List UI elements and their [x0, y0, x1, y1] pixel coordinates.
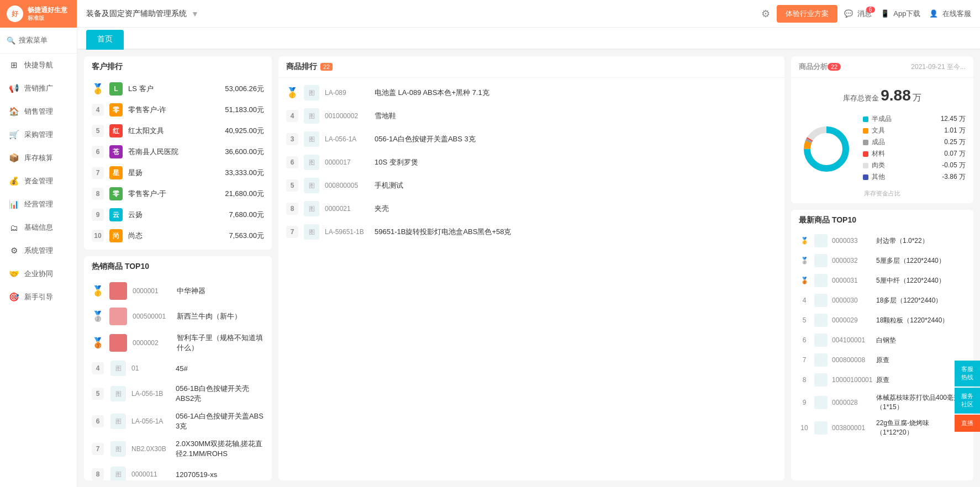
tab-home[interactable]: 首页 — [86, 30, 124, 50]
sidebar-item-cooperation[interactable]: 🤝 企业协同 — [0, 262, 77, 285]
new-item: 🥈 0000032 5厘多层（1220*2440） — [791, 251, 973, 271]
product-rank-item: 3 图 LA-056-1A 056-1A白色按键开关盖ABS 3克 — [278, 128, 784, 151]
right-column: 商品分析 22 2021-09-21 至今... 库存总资金 9.88 万 — [791, 56, 973, 480]
guide-icon: 🎯 — [9, 292, 19, 302]
sidebar-item-sales[interactable]: 🏠 销售管理 — [0, 100, 77, 123]
new-item: 🥇 0000033 封边带（1.0*22） — [791, 231, 973, 251]
customer-ranking-list: 🥇 L LS 客户 53,006.26元 4 零 零售客户-许 51,183.0… — [84, 75, 272, 250]
sidebar-item-purchase[interactable]: 🛒 采购管理 — [0, 123, 77, 146]
legend-item: 半成品 12.45 万 — [863, 114, 966, 124]
product-rank-item: 7 图 LA-59651-1B 59651-1B旋转投影灯电池盒ABS黑色+58… — [278, 220, 784, 244]
hot-thumb-1 — [109, 282, 127, 300]
hot-item: 🥇 0000001 中华神器 — [84, 278, 272, 304]
customer-rank-item: 7 星 星扬 33,333.00元 — [84, 162, 272, 183]
new-item: 7 000800008 原查 — [791, 350, 973, 370]
search-icon: 🔍 — [7, 36, 15, 45]
product-rank-item: 6 图 0000017 10S 变刹罗煲 — [278, 151, 784, 174]
customer-avatar-8: 尚 — [109, 229, 123, 242]
service-icon: 👤 — [929, 9, 938, 18]
customer-ranking-title: 客户排行 — [84, 56, 272, 75]
sidebar-item-guide[interactable]: 🎯 新手引导 — [0, 285, 77, 309]
hot-thumb-2 — [109, 308, 127, 325]
search-menu-btn[interactable]: 🔍 搜索菜单 — [7, 33, 70, 47]
stock-donut-chart — [799, 121, 854, 177]
cooperation-icon: 🤝 — [9, 269, 19, 279]
sidebar-item-finance[interactable]: 💰 资金管理 — [0, 170, 77, 193]
hot-products-card: 热销商品 TOP10 🥇 0000001 中华神器 🥈 000500001 新西… — [84, 256, 272, 480]
customer-avatar-2: 零 — [109, 103, 123, 117]
float-btn-community[interactable]: 服务社区 — [955, 388, 980, 414]
float-buttons: 客服热线 服务社区 直播 — [955, 361, 980, 432]
stock-chart-row: 半成品 12.45 万 文具 1.01 万 成品 0.25 万 — [791, 109, 973, 189]
customer-avatar-7: 云 — [109, 208, 123, 221]
sidebar-item-quick-nav[interactable]: ⊞ 快捷导航 — [0, 54, 77, 77]
topbar-right: 💬 6 消息 📱 App下载 👤 在线客服 — [844, 9, 971, 19]
left-column: 客户排行 🥇 L LS 客户 53,006.26元 4 零 零售客户-许 51 — [84, 56, 272, 480]
new-item: 4 0000030 18多层（1220*2440） — [791, 290, 973, 310]
quick-nav-icon: ⊞ — [9, 60, 19, 70]
product-ranking-card: 商品排行 22 🥇 图 LA-089 电池盖 LA-089 ABS本色+黑种 7… — [278, 56, 784, 480]
float-btn-service[interactable]: 客服热线 — [955, 361, 980, 387]
topbar-title: 装备及固定资产辅助管理系统 ▼ — [86, 9, 755, 19]
float-btn-live[interactable]: 直播 — [955, 415, 980, 432]
customer-rank-item: 🥇 L LS 客户 53,006.26元 — [84, 78, 272, 99]
finance-icon: 💰 — [9, 176, 19, 186]
logo-text: 畅捷通好生意 标准版 — [28, 6, 67, 22]
hot-item: 5 图 LA-056-1B 056-1B白色按键开关壳ABS2壳 — [84, 380, 272, 407]
sidebar-item-inventory[interactable]: 📦 库存核算 — [0, 146, 77, 170]
sidebar-item-system[interactable]: ⚙ 系统管理 — [0, 239, 77, 262]
new-products-list: 🥇 0000033 封边带（1.0*22） 🥈 0000032 5厘多层（122… — [791, 229, 973, 443]
legend-item: 肉类 -0.05 万 — [863, 161, 966, 170]
new-item: 5 0000029 18颗粒板（1220*2440） — [791, 310, 973, 330]
sidebar-item-marketing[interactable]: 📢 营销推广 — [0, 77, 77, 100]
customer-avatar-6: 零 — [109, 187, 123, 200]
hot-item: 4 图 01 45# — [84, 357, 272, 380]
customer-avatar-1: L — [109, 82, 123, 96]
legend-item: 文具 1.01 万 — [863, 126, 966, 135]
base-info-icon: 🗂 — [9, 223, 19, 232]
chevron-down-icon[interactable]: ▼ — [191, 9, 199, 18]
sidebar-logo: 好 畅捷通好生意 标准版 — [0, 0, 77, 28]
message-badge[interactable]: 💬 6 消息 — [844, 9, 872, 19]
inventory-icon: 📦 — [9, 153, 19, 163]
product-rank-item: 4 图 001000002 雪地鞋 — [278, 104, 784, 128]
stock-header: 商品分析 22 2021-09-21 至今... — [791, 56, 973, 78]
product-ranking-header: 商品排行 22 — [278, 56, 784, 78]
product-ranking-list: 🥇 图 LA-089 电池盖 LA-089 ABS本色+黑种 7.1克 4 图 … — [278, 78, 784, 247]
try-btn[interactable]: 体验行业方案 — [777, 5, 837, 23]
topbar: 装备及固定资产辅助管理系统 ▼ ⚙ 体验行业方案 💬 6 消息 📱 App下载 … — [77, 0, 980, 28]
sidebar-item-operation[interactable]: 📊 经营管理 — [0, 193, 77, 216]
new-products-title: 最新商品 TOP10 — [791, 210, 973, 229]
online-service-link[interactable]: 👤 在线客服 — [929, 9, 971, 19]
new-item: 10 003800001 22g鱼豆腐-烧烤味（1*12*20） — [791, 415, 973, 441]
product-rank-item: 8 图 0000021 夹壳 — [278, 197, 784, 220]
customer-rank-item: 9 云 云扬 7,680.00元 — [84, 204, 272, 225]
product-rank-item: 🥇 图 LA-089 电池盖 LA-089 ABS本色+黑种 7.1克 — [278, 81, 784, 104]
hot-products-list: 🥇 0000001 中华神器 🥈 000500001 新西兰牛肉（新牛） 🥉 — [84, 275, 272, 480]
sales-icon: 🏠 — [9, 107, 19, 117]
sidebar: 好 畅捷通好生意 标准版 🔍 搜索菜单 ⊞ 快捷导航 📢 营销推广 🏠 销售管理… — [0, 0, 77, 487]
stock-total: 库存总资金 9.88 万 — [791, 78, 973, 109]
message-icon: 💬 — [844, 9, 853, 18]
operation-icon: 📊 — [9, 199, 19, 209]
hot-item: 8 图 0000011 12070519-xs — [84, 463, 272, 480]
stock-card: 商品分析 22 2021-09-21 至今... 库存总资金 9.88 万 — [791, 56, 973, 203]
new-item: 🥉 0000031 5厘中纤（1220*2440） — [791, 271, 973, 290]
new-item: 9 0000028 体械荔枝味苏打饮品400毫升（1*15） — [791, 390, 973, 415]
new-products-card: 最新商品 TOP10 🥇 0000033 封边带（1.0*22） 🥈 00000… — [791, 210, 973, 480]
middle-column: 商品排行 22 🥇 图 LA-089 电池盖 LA-089 ABS本色+黑种 7… — [278, 56, 784, 480]
hot-item: 🥉 0000002 智利车子里（规格不知道填什么） — [84, 329, 272, 357]
sidebar-item-base-info[interactable]: 🗂 基础信息 — [0, 216, 77, 239]
customer-rank-item: 10 尚 尚态 7,563.00元 — [84, 225, 272, 246]
app-download-link[interactable]: 📱 App下载 — [881, 9, 921, 19]
hot-item: 🥈 000500001 新西兰牛肉（新牛） — [84, 304, 272, 329]
settings-icon[interactable]: ⚙ — [761, 8, 770, 20]
sidebar-nav: ⊞ 快捷导航 📢 营销推广 🏠 销售管理 🛒 采购管理 📦 库存核算 💰 资金管… — [0, 54, 77, 487]
legend-item: 其他 -3.86 万 — [863, 172, 966, 182]
stock-caption: 库存资金占比 — [791, 189, 973, 203]
legend-item: 材料 0.07 万 — [863, 149, 966, 158]
customer-rank-item: 4 零 零售客户-许 51,183.00元 — [84, 99, 272, 120]
customer-avatar-5: 星 — [109, 166, 123, 179]
customer-avatar-3: 红 — [109, 124, 123, 137]
hot-products-title: 热销商品 TOP10 — [84, 256, 272, 275]
